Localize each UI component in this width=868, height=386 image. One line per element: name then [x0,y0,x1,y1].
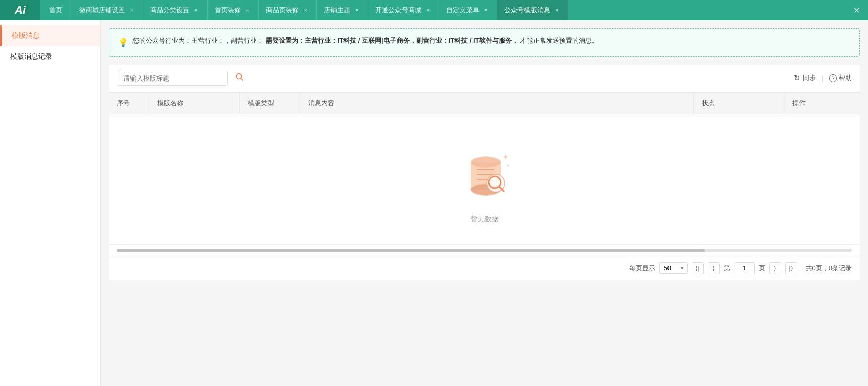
sidebar-item-mobancaidan[interactable]: 模版消息 [0,25,100,46]
sync-button[interactable]: ↻ 同步 [794,73,816,83]
tab-dianpuzhuti[interactable]: 店铺主题× [317,0,368,20]
tab-label-dianpuzhuti: 店铺主题 [324,6,350,15]
col-content: 消息内容 [300,93,694,114]
tab-label-home: 首页 [49,6,62,15]
tab-gonggonghaomobancaidan[interactable]: 公众号模版消息× [497,0,568,20]
toolbar-divider: | [822,74,823,82]
col-name: 模版名称 [149,93,240,114]
svg-line-1 [241,79,243,81]
sidebar: 模版消息模版消息记录 [0,20,101,386]
tab-label-zidingyicaidan: 自定义菜单 [446,6,479,15]
page-input[interactable] [735,262,755,274]
per-page-label: 每页显示 [629,264,655,273]
tab-kaigonggonghaoshangcheng[interactable]: 开通公众号商城× [368,0,439,20]
search-button[interactable] [232,71,248,85]
first-page-icon2: | [698,265,699,272]
notice-prefix: 您的公众号行业为：主营行业：，副营行业： [132,37,263,44]
prev-page-button[interactable]: ⟨ [708,262,720,274]
sync-icon: ↻ [794,73,800,83]
logo: Ai [0,0,40,20]
main-layout: 模版消息模版消息记录 💡 您的公众号行业为：主营行业：，副营行业： 需要设置为：… [0,20,868,386]
scrollbar-track [117,249,852,252]
tab-label-gonggonghaomobancaidan: 公众号模版消息 [504,6,550,15]
first-page-button[interactable]: ⟨| [692,262,704,274]
tab-close-shangpinzhuangxiu[interactable]: × [302,6,309,15]
help-icon: ? [829,74,837,82]
global-close-button[interactable]: ✕ [845,6,868,15]
tab-zidingyicaidan[interactable]: 自定义菜单× [439,0,497,20]
tab-home[interactable]: 首页 [40,0,72,20]
next-page-button[interactable]: ⟩ [769,262,781,274]
tab-bar: 首页微商城店铺设置×商品分类设置×首页装修×商品页装修×店铺主题×开通公众号商城… [40,0,845,20]
sync-label: 同步 [803,73,816,83]
tab-close-gonggonghaomobancaidan[interactable]: × [553,6,561,15]
scrollbar-area[interactable] [109,244,860,256]
last-page-icon2: ⟩ [791,265,793,272]
tab-close-shangpinfenlei[interactable]: × [192,6,200,15]
tab-shouyezhuangxiu[interactable]: 首页装修× [208,0,259,20]
notice-icon: 💡 [118,36,128,49]
table-container: 序号 模版名称 模版类型 消息内容 状态 操作 [109,92,860,280]
search-left [117,71,248,86]
table-header: 序号 模版名称 模版类型 消息内容 状态 操作 [109,92,860,114]
svg-text:✦: ✦ [502,152,509,161]
per-page-select-wrapper: 50 10 20 100 ▼ [659,262,688,274]
col-type: 模版类型 [240,93,300,114]
next-page-icon: ⟩ [774,265,776,272]
help-label: 帮助 [839,73,852,83]
search-toolbar: ↻ 同步 | ? 帮助 [109,65,860,92]
tab-close-weishangcheng[interactable]: × [128,6,136,15]
tab-shangpinfenlei[interactable]: 商品分类设置× [143,0,208,20]
toolbar-right: ↻ 同步 | ? 帮助 [794,73,852,83]
empty-state-icon: ✦ ✦ [454,144,515,205]
per-page-select[interactable]: 50 10 20 100 [659,262,688,274]
svg-text:✦: ✦ [506,163,510,168]
sidebar-item-mobancaidanjilu[interactable]: 模版消息记录 [0,46,100,67]
tab-label-shangpinfenlei: 商品分类设置 [150,6,189,15]
empty-state: ✦ ✦ 暂无数据 [109,114,860,244]
pagination: 每页显示 50 10 20 100 ▼ ⟨| ⟨ 第 [109,256,860,280]
notice-box: 💡 您的公众号行业为：主营行业：，副营行业： 需要设置为：主营行业：IT科技 /… [109,28,860,57]
prev-page-icon: ⟨ [712,265,715,272]
notice-highlight: 需要设置为：主营行业：IT科技 / 互联网|电子商务，副营行业：IT科技 / I… [265,37,518,44]
notice-text: 您的公众号行业为：主营行业：，副营行业： 需要设置为：主营行业：IT科技 / 互… [132,36,850,46]
total-info: 共0页，0条记录 [806,264,852,273]
tab-shangpinzhuangxiu[interactable]: 商品页装修× [259,0,317,20]
search-icon [236,73,244,81]
page-suffix: 页 [759,264,765,273]
top-nav: Ai 首页微商城店铺设置×商品分类设置×首页装修×商品页装修×店铺主题×开通公众… [0,0,868,20]
tab-close-kaigonggonghaoshangcheng[interactable]: × [424,6,432,15]
tab-label-kaigonggonghaoshangcheng: 开通公众号商城 [375,6,421,15]
svg-point-5 [471,157,501,167]
content-area: 💡 您的公众号行业为：主营行业：，副营行业： 需要设置为：主营行业：IT科技 /… [101,20,868,386]
scrollbar-thumb [117,249,705,252]
col-status: 状态 [694,93,784,114]
tab-label-shangpinzhuangxiu: 商品页装修 [266,6,299,15]
tab-weishangcheng[interactable]: 微商城店铺设置× [72,0,143,20]
col-seq: 序号 [109,93,149,114]
tab-close-dianpuzhuti[interactable]: × [353,6,361,15]
empty-text: 暂无数据 [471,215,499,224]
search-input[interactable] [117,71,228,86]
page-prefix: 第 [724,264,730,273]
col-action: 操作 [784,93,860,114]
last-page-button[interactable]: |⟩ [785,262,797,274]
help-button[interactable]: ? 帮助 [829,73,852,83]
tab-label-weishangcheng: 微商城店铺设置 [79,6,125,15]
tab-label-shouyezhuangxiu: 首页装修 [215,6,241,15]
notice-suffix: 才能正常发送预置的消息。 [520,37,598,44]
tab-close-shouyezhuangxiu[interactable]: × [244,6,251,15]
tab-close-zidingyicaidan[interactable]: × [482,6,490,15]
